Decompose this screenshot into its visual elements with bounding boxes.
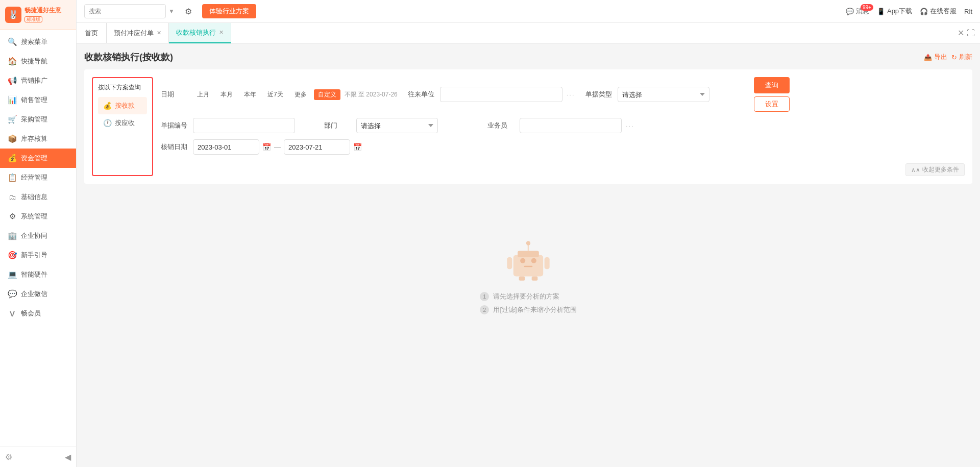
filter-field-doc-no: 单据编号 [161,118,314,133]
purchase-icon: 🛒 [8,115,17,124]
calendar-from-icon[interactable]: 📅 [262,143,271,151]
doc-type-select[interactable]: 请选择 [618,87,709,102]
message-icon: 💬 [846,8,854,15]
date-shortcut-group: 上月 本月 本年 近7天 更多 自定义 [193,89,340,100]
sidebar-item-purchase[interactable]: 🛒 采购管理 [0,110,76,129]
refresh-icon: ↻ [951,54,957,61]
page-actions: 📤 导出 ↻ 刷新 [924,53,972,62]
writeoff-date-range: 📅 — 📅 [193,139,362,155]
sidebar-item-wechat[interactable]: 💬 企业微信 [0,284,76,304]
counterpart-input[interactable] [440,87,562,102]
tab-expand-icon[interactable]: ⛶ [967,29,975,38]
logo-icon: 🐰 [5,7,21,23]
home-icon: 🏠 [8,57,17,66]
date-btn-more[interactable]: 更多 [290,89,311,100]
date-btn-custom[interactable]: 自定义 [314,89,340,100]
tab-home[interactable]: 首页 [77,23,107,43]
dept-select[interactable]: 请选择 [356,118,438,133]
empty-hint-2: 2 用[过滤]条件来缩小分析范围 [480,305,576,314]
query-button[interactable]: 查询 [754,77,790,93]
filter-field-doc-type: 单据类型 请选择 [585,87,739,102]
filter-field-writeoff-date: 核销日期 📅 — 📅 [161,139,362,155]
system-icon: ⚙ [8,212,17,221]
svg-rect-1 [518,251,539,258]
sidebar-settings-btn[interactable]: ⚙ [5,452,12,462]
solution-button[interactable]: 体验行业方案 [202,4,256,18]
tab-receipt-writeoff[interactable]: 收款核销执行 ✕ [169,23,231,43]
svg-point-2 [520,258,525,263]
hardware-icon: 💻 [8,270,17,279]
filter-row-1: 日期 上月 本月 本年 近7天 更多 自定义 不限 至 2023-07-26 往… [161,77,965,112]
receivable-icon: 🕐 [103,119,112,127]
filter-field-staff: 业务员 ··· [487,118,641,133]
svg-rect-6 [545,257,550,269]
service-icon: 🎧 [920,8,928,15]
doc-no-input[interactable] [193,118,295,133]
writeoff-date-to[interactable] [284,139,350,155]
sidebar-item-hardware[interactable]: 💻 智能硬件 [0,265,76,284]
sidebar-collapse-btn[interactable]: ◀ [65,452,71,462]
staff-input[interactable] [520,118,622,133]
refresh-button[interactable]: ↻ 刷新 [951,53,972,62]
counterpart-dots[interactable]: ··· [567,91,575,99]
collapse-button[interactable]: ∧∧ 收起更多条件 [905,163,965,176]
date-btn-thismonth[interactable]: 本月 [216,89,237,100]
sidebar-item-member[interactable]: V 畅会员 [0,304,76,323]
topbar-right: 💬 消息 99+ 📱 App下载 🎧 在线客服 Rit [846,7,972,16]
filter-option-by-receivable[interactable]: 🕐 按应收 [98,114,147,132]
collapse-icon: ∧∧ [911,166,920,174]
tab-close-receipt-writeoff[interactable]: ✕ [219,29,224,36]
calendar-to-icon[interactable]: 📅 [353,143,362,151]
tab-prepay[interactable]: 预付冲应付单 ✕ [107,23,169,43]
filter-main: 日期 上月 本月 本年 近7天 更多 自定义 不限 至 2023-07-26 往… [161,77,965,176]
svg-point-10 [526,241,530,245]
empty-illustration [503,232,554,284]
svg-rect-7 [519,277,525,281]
svg-rect-4 [524,266,533,267]
wechat-icon: 💬 [8,289,17,299]
sidebar-item-inventory[interactable]: 📦 库存核算 [0,129,76,149]
sidebar-bottom: ⚙ ◀ [0,447,76,467]
date-btn-lastmonth[interactable]: 上月 [193,89,213,100]
base-info-icon: 🗂 [8,193,17,202]
date-btn-thisyear[interactable]: 本年 [240,89,260,100]
staff-dots[interactable]: ··· [626,122,634,130]
sidebar: 🐰 畅捷通好生意 标准版 🔍 搜索菜单 🏠 快捷导航 📢 营销推广 📊 销售管理… [0,0,77,467]
export-button[interactable]: 📤 导出 [924,53,947,62]
sidebar-item-finance[interactable]: 💰 资金管理 [0,149,76,168]
settings-button[interactable]: 设置 [754,96,790,112]
sidebar-item-search[interactable]: 🔍 搜索菜单 [0,32,76,52]
enterprise-icon: 🏢 [8,231,17,240]
sidebar-logo: 🐰 畅捷通好生意 标准版 [0,0,76,30]
filter-field-dept: 部门 请选择 [324,118,477,133]
sidebar-item-sales[interactable]: 📊 销售管理 [0,90,76,110]
filter-sidebar: 按以下方案查询 💰 按收款 🕐 按应收 [92,77,153,176]
sidebar-item-enterprise[interactable]: 🏢 企业协同 [0,226,76,245]
service-button[interactable]: 🎧 在线客服 [920,7,957,16]
filter-panel: 按以下方案查询 💰 按收款 🕐 按应收 日期 上月 [84,69,972,184]
sidebar-item-guide[interactable]: 🎯 新手引导 [0,245,76,265]
date-btn-7days[interactable]: 近7天 [263,89,287,100]
filter-sidebar-title: 按以下方案查询 [98,83,147,92]
tab-close-prepay[interactable]: ✕ [157,30,161,36]
gear-icon[interactable]: ⚙ [185,7,192,16]
filter-field-counterpart: 往来单位 ··· [408,87,575,102]
topbar-search-input[interactable] [84,4,166,18]
date-range-text: 不限 至 2023-07-26 [345,90,398,99]
filter-row-2: 单据编号 部门 请选择 业务员 ··· [161,118,965,133]
sidebar-item-quick-nav[interactable]: 🏠 快捷导航 [0,52,76,71]
tab-close-all-icon[interactable]: ✕ [958,28,964,38]
content-area: 收款核销执行(按收款) 📤 导出 ↻ 刷新 按以下方案查询 💰 按收款 [77,43,980,467]
sidebar-item-base-info[interactable]: 🗂 基础信息 [0,187,76,207]
sales-icon: 📊 [8,95,17,105]
svg-rect-5 [507,257,512,269]
main-content: ▼ ⚙ 体验行业方案 💬 消息 99+ 📱 App下载 🎧 在线客服 Rit 首… [77,0,980,467]
filter-option-by-receipt[interactable]: 💰 按收款 [98,97,147,114]
sidebar-item-system[interactable]: ⚙ 系统管理 [0,207,76,226]
sidebar-item-marketing[interactable]: 📢 营销推广 [0,71,76,90]
app-download-button[interactable]: 📱 App下载 [877,7,912,16]
sidebar-item-operation[interactable]: 📋 经营管理 [0,168,76,187]
writeoff-date-from[interactable] [193,139,259,155]
message-button[interactable]: 💬 消息 99+ [846,7,869,16]
receipt-icon: 💰 [103,102,112,110]
